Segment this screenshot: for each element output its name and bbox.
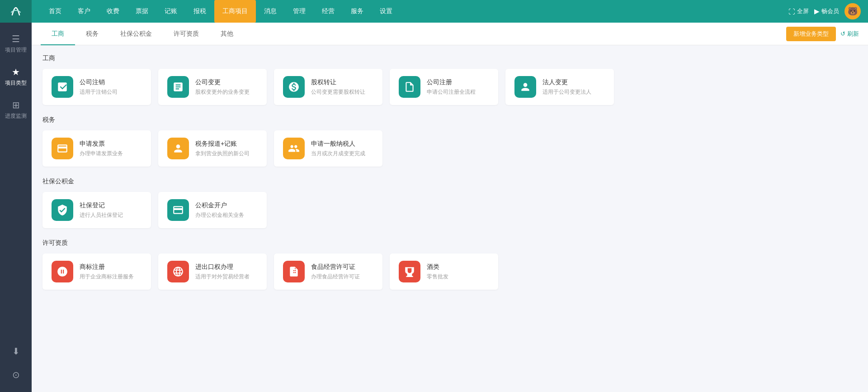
new-type-button[interactable]: 新增业务类型 (786, 27, 836, 41)
company-cancel-icon-wrap (52, 76, 73, 98)
company-register-icon-wrap (399, 76, 420, 98)
apply-invoice-icon-wrap (52, 138, 73, 159)
equity-transfer-title: 股权转让 (311, 78, 373, 86)
tax-report-icon-wrap (167, 138, 189, 159)
nav-accounting[interactable]: 记账 (156, 0, 185, 23)
card-equity-transfer[interactable]: 股权转让 公司变更需要股权转让 (274, 69, 382, 105)
social-insurance-icon-wrap (52, 199, 73, 221)
provident-fund-desc: 办理公积金相关业务 (195, 211, 258, 219)
nav-items: 首页 客户 收费 票据 记账 报税 工商项目 消息 管理 经营 服务 设置 (32, 0, 788, 23)
cards-grid-gongshang: 公司注销 适用于注销公司 公司变更 股权变更外的业务变更 (42, 69, 857, 105)
food-license-icon-wrap (283, 261, 305, 282)
alcohol-title: 酒类 (427, 263, 489, 271)
section-shebao: 社保公积金 社保登记 进行人员社保登记 (42, 177, 857, 228)
sidebar-item-progress[interactable]: ⊞ 进度监测 (0, 93, 32, 126)
tab-xuke[interactable]: 许可资质 (163, 23, 210, 45)
card-company-change[interactable]: 公司变更 股权变更外的业务变更 (158, 69, 267, 105)
section-title-gongshang: 工商 (42, 54, 857, 62)
vip-icon: ▶ (814, 7, 820, 15)
logo-area (0, 0, 32, 23)
section-title-shuiwu: 税务 (42, 116, 857, 124)
nav-industry[interactable]: 工商项目 (214, 0, 256, 23)
sidebar-item-project-type[interactable]: ★ 项目类型 (0, 60, 32, 93)
nav-settings[interactable]: 设置 (372, 0, 401, 23)
nav-message[interactable]: 消息 (256, 0, 285, 23)
legal-person-desc: 适用于公司变更法人 (542, 88, 605, 96)
cards-grid-shebao: 社保登记 进行人员社保登记 公积金开户 办理公积金相关业务 (42, 192, 857, 228)
import-export-desc: 适用于对外贸易经营者 (195, 273, 258, 281)
tab-shebao[interactable]: 社保公积金 (109, 23, 163, 45)
main-layout: ☰ 项目管理 ★ 项目类型 ⊞ 进度监测 ⬇ ⊙ 工商 税务 社保公积金 (0, 23, 868, 392)
nav-operation[interactable]: 经营 (314, 0, 343, 23)
card-alcohol[interactable]: 酒类 零售批发 (390, 253, 498, 290)
legal-person-title: 法人变更 (542, 78, 605, 86)
sidebar-label-project-manage: 项目管理 (5, 46, 27, 54)
company-cancel-desc: 适用于注销公司 (80, 88, 142, 96)
import-export-icon-wrap (167, 261, 189, 282)
provident-fund-title: 公积金开户 (195, 201, 258, 210)
sidebar-item-project-manage[interactable]: ☰ 项目管理 (0, 27, 32, 60)
download-icon: ⬇ (12, 346, 20, 357)
legal-person-icon-wrap (514, 76, 536, 98)
company-change-desc: 股权变更外的业务变更 (195, 88, 258, 96)
project-type-icon: ★ (12, 67, 20, 77)
card-food-license[interactable]: 食品经营许可证 办理食品经营许可证 (274, 253, 382, 290)
company-register-desc: 申请公司注册全流程 (427, 88, 489, 96)
main-content[interactable]: 工商 公司注销 适用于注销公司 (32, 45, 868, 392)
card-tax-report[interactable]: 税务报道+记账 拿到营业执照的新公司 (158, 130, 267, 167)
top-navbar: 首页 客户 收费 票据 记账 报税 工商项目 消息 管理 经营 服务 设置 ⛶ … (0, 0, 868, 23)
company-change-title: 公司变更 (195, 78, 258, 86)
card-apply-invoice[interactable]: 申请发票 办理申请发票业务 (42, 130, 151, 167)
cards-grid-xuke: 商标注册 用于企业商标注册服务 进出口权办理 适用于对外贸易经营者 (42, 253, 857, 290)
card-provident-fund[interactable]: 公积金开户 办理公积金相关业务 (158, 192, 267, 228)
tab-gongshang[interactable]: 工商 (41, 23, 75, 45)
section-gongshang: 工商 公司注销 适用于注销公司 (42, 54, 857, 105)
tab-other[interactable]: 其他 (210, 23, 244, 45)
general-taxpayer-desc: 当月或次月成变更完成 (311, 150, 373, 158)
trademark-title: 商标注册 (80, 263, 142, 271)
sidebar-label-progress: 进度监测 (5, 112, 27, 120)
apply-invoice-desc: 办理申请发票业务 (80, 150, 142, 158)
sidebar-label-project-type: 项目类型 (5, 79, 27, 87)
import-export-title: 进出口权办理 (195, 263, 258, 271)
card-company-register[interactable]: 公司注册 申请公司注册全流程 (390, 69, 498, 105)
card-general-taxpayer[interactable]: 申请一般纳税人 当月或次月成变更完成 (274, 130, 382, 167)
food-license-title: 食品经营许可证 (311, 263, 373, 271)
content-area: 工商 税务 社保公积金 许可资质 其他 新增业务类型 ↺ 刷新 工商 (32, 23, 868, 392)
sidebar-download-button[interactable]: ⬇ (0, 341, 32, 361)
sidebar-gear-button[interactable]: ⊙ (0, 365, 32, 385)
general-taxpayer-title: 申请一般纳税人 (311, 140, 373, 148)
card-trademark[interactable]: 商标注册 用于企业商标注册服务 (42, 253, 151, 290)
card-legal-person-change[interactable]: 法人变更 适用于公司变更法人 (505, 69, 614, 105)
sidebar: ☰ 项目管理 ★ 项目类型 ⊞ 进度监测 ⬇ ⊙ (0, 23, 32, 392)
sidebar-bottom: ⬇ ⊙ (0, 341, 32, 392)
alcohol-icon-wrap (399, 261, 420, 282)
fullscreen-button[interactable]: ⛶ 全屏 (788, 7, 809, 15)
gear-icon: ⊙ (12, 369, 20, 380)
refresh-button[interactable]: ↺ 刷新 (840, 30, 859, 38)
avatar[interactable]: 🐻 (844, 3, 861, 19)
company-change-icon-wrap (167, 76, 189, 98)
tab-shuiwu[interactable]: 税务 (75, 23, 109, 45)
social-insurance-title: 社保登记 (80, 201, 142, 210)
nav-home[interactable]: 首页 (41, 0, 70, 23)
trademark-icon-wrap (52, 261, 73, 282)
nav-service[interactable]: 服务 (343, 0, 372, 23)
card-company-cancel[interactable]: 公司注销 适用于注销公司 (42, 69, 151, 105)
nav-tax[interactable]: 报税 (185, 0, 214, 23)
nav-fee[interactable]: 收费 (99, 0, 127, 23)
nav-manage[interactable]: 管理 (285, 0, 314, 23)
vip-button[interactable]: ▶ 畅会员 (814, 7, 839, 15)
tab-actions: 新增业务类型 ↺ 刷新 (786, 27, 859, 41)
tab-bar: 工商 税务 社保公积金 许可资质 其他 新增业务类型 ↺ 刷新 (32, 23, 868, 45)
card-import-export[interactable]: 进出口权办理 适用于对外贸易经营者 (158, 253, 267, 290)
tax-report-desc: 拿到营业执照的新公司 (195, 150, 258, 158)
cards-grid-shuiwu: 申请发票 办理申请发票业务 税务报道+记账 拿到营业执照的新公司 (42, 130, 857, 167)
company-register-title: 公司注册 (427, 78, 489, 86)
section-title-shebao: 社保公积金 (42, 177, 857, 186)
card-social-insurance[interactable]: 社保登记 进行人员社保登记 (42, 192, 151, 228)
refresh-icon: ↺ (840, 30, 845, 37)
nav-bill[interactable]: 票据 (127, 0, 156, 23)
nav-client[interactable]: 客户 (70, 0, 99, 23)
food-license-desc: 办理食品经营许可证 (311, 273, 373, 281)
